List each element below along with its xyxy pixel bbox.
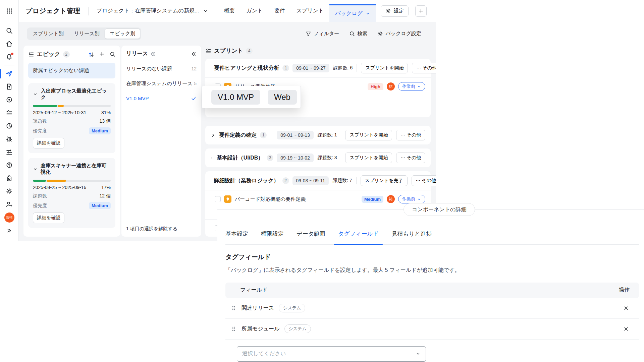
release-item-count: 5 (194, 81, 197, 86)
epic-card[interactable]: 入出庫プロセス最適化エピック 2025-09-12 ~ 2025-10-31 3… (28, 83, 115, 153)
lightbulb-icon (225, 196, 230, 202)
sidebar-item-home[interactable] (0, 37, 19, 50)
close-icon (623, 326, 629, 332)
drag-handle-icon[interactable] (231, 305, 237, 311)
settings-button[interactable]: 設定 (381, 5, 409, 17)
zoomed-tag: Web (268, 90, 297, 105)
view-by-epic[interactable]: エピック別 (105, 28, 140, 39)
remove-field-button[interactable] (623, 326, 629, 332)
release-item-selected[interactable]: V1.0 MVP (126, 91, 197, 106)
tab-tag-fields[interactable]: タグフィールド (338, 230, 379, 244)
sidebar-item-projects-active[interactable] (0, 67, 19, 80)
sidebar-item-archive[interactable] (0, 172, 19, 185)
sidebar-item-time[interactable] (0, 119, 19, 132)
complete-sprint-button[interactable]: スプリントを完了 (361, 175, 408, 186)
search-button[interactable]: 検索 (349, 31, 367, 37)
topbar-actions: 設定 (381, 5, 427, 17)
sidebar-item-settings[interactable] (0, 185, 19, 198)
sidebar-item-invite[interactable] (0, 198, 19, 211)
task-row[interactable]: バーコード対応機能の要件定義 Medium 祐 作業前 (211, 195, 425, 203)
backlog-settings-button[interactable]: バックログ設定 (377, 31, 421, 37)
divider (357, 64, 357, 72)
view-by-sprint[interactable]: スプリント別 (28, 28, 69, 39)
sidebar-item-help[interactable] (0, 159, 19, 172)
tab-requirements[interactable]: 要件 (268, 0, 290, 22)
table-row: 所属モジュール システム (225, 319, 639, 340)
tab-overview[interactable]: 概要 (218, 0, 240, 22)
detail-tabs: 基本設定 権限設定 データ範囲 タグフィールド 見積もりと進捗 (225, 230, 639, 245)
task-checkbox[interactable] (215, 196, 221, 202)
sidebar-item-notifications[interactable] (0, 50, 19, 63)
project-selector-label: プロジェクト：在庫管理システムの新規... (97, 7, 199, 14)
more-button[interactable]: ⋯ その他 (412, 63, 436, 73)
sort-icon[interactable] (88, 51, 94, 57)
table-row: 関連リリース システム (225, 298, 639, 319)
help-circle-icon[interactable] (151, 51, 156, 57)
unassigned-epic-item[interactable]: 所属エピックのない課題 (28, 63, 115, 78)
search-epic-icon[interactable] (110, 51, 115, 57)
app-grid-button[interactable] (0, 0, 19, 22)
left-sidebar: 浩祐 (0, 22, 19, 241)
tab-data-range[interactable]: データ範囲 (297, 230, 325, 244)
system-badge: システム (284, 324, 311, 333)
progress-active-segment (58, 105, 64, 107)
more-button[interactable]: ⋯ その他 (396, 153, 425, 163)
epic-card-title: 入出庫プロセス最適化エピック (41, 88, 111, 101)
more-button[interactable]: ⋯ その他 (412, 175, 436, 186)
sprint-group-name: 要件ヒアリングと現状分析 (214, 65, 279, 72)
tab-permission-settings[interactable]: 権限設定 (261, 230, 284, 244)
sprint-dates: 09-19 ~ 10-02 (277, 154, 314, 162)
view-by-release[interactable]: リリース別 (69, 28, 105, 39)
chevron-right-icon[interactable] (211, 156, 213, 161)
release-item[interactable]: 在庫管理システムのリリース 5 (126, 76, 197, 91)
tab-backlog[interactable]: バックログ (329, 4, 376, 22)
project-selector[interactable]: プロジェクト：在庫管理システムの新規... (97, 7, 208, 14)
add-field-select[interactable]: 選択してください (237, 346, 426, 362)
sidebar-item-workflow[interactable] (0, 145, 19, 159)
sidebar-item-profile[interactable]: 浩祐 (0, 211, 19, 224)
epic-detail-button[interactable]: 詳細を確認 (33, 213, 64, 223)
chevron-down-icon (203, 8, 208, 14)
remove-field-button[interactable] (623, 305, 629, 311)
epic-card[interactable]: 倉庫スキャナー連携と在庫可視化 2025-08-25 ~ 2025-09-16 … (28, 158, 115, 228)
sidebar-item-tasks[interactable] (0, 106, 19, 119)
sidebar-expand-button[interactable] (0, 224, 19, 237)
issues-value: 13 個 (100, 118, 111, 124)
tab-backlog-label: バックログ (335, 10, 363, 17)
chevron-down-icon[interactable] (33, 167, 38, 172)
filter-button[interactable]: フィルター (306, 31, 339, 37)
more-button[interactable]: ⋯ その他 (396, 130, 425, 140)
epic-percent: 31% (101, 110, 111, 115)
tab-sprint[interactable]: スプリント (290, 0, 329, 22)
sidebar-item-goals[interactable] (0, 93, 19, 106)
divider (205, 190, 431, 190)
add-epic-icon[interactable] (99, 51, 105, 57)
start-sprint-button[interactable]: スプリントを開始 (361, 63, 408, 73)
sidebar-item-export[interactable] (0, 80, 19, 93)
status-dropdown[interactable]: 作業前 (398, 195, 425, 203)
chevron-down-icon[interactable] (33, 92, 38, 97)
release-list: リリースのない課題 12 在庫管理システムのリリース 5 V1.0 MVP (126, 61, 197, 106)
chevron-right-icon[interactable] (211, 133, 216, 138)
sprint-column-title: スプリント (214, 47, 243, 55)
tab-gantt[interactable]: ガント (240, 0, 268, 22)
add-button[interactable] (415, 5, 427, 17)
workflow-icon (6, 148, 13, 156)
collapse-panel-icon[interactable] (191, 51, 197, 57)
sprint-group: 要件定義の確定 1 09-01 ~ 09-13 課題数: 1 スプリントを開始 … (205, 126, 431, 144)
clear-selection-link[interactable]: 1 項目の選択を解除する (126, 221, 197, 232)
assignee-avatar: 祐 (387, 82, 395, 90)
epic-detail-button[interactable]: 詳細を確認 (33, 138, 64, 148)
start-sprint-button[interactable]: スプリントを開始 (345, 130, 392, 140)
priority-badge-high: High (368, 83, 383, 90)
sidebar-item-search[interactable] (0, 24, 19, 37)
status-dropdown[interactable]: 作業前 (398, 82, 425, 91)
tab-basic-settings[interactable]: 基本設定 (225, 230, 248, 244)
tab-estimates-progress[interactable]: 見積もりと進捗 (391, 230, 432, 244)
issues-label: 課題数 (33, 118, 47, 124)
start-sprint-button[interactable]: スプリントを開始 (345, 153, 392, 163)
release-item[interactable]: リリースのない課題 12 (126, 61, 197, 76)
sidebar-item-bugs[interactable] (0, 132, 19, 145)
gear-icon (6, 188, 13, 195)
drag-handle-icon[interactable] (231, 326, 237, 332)
